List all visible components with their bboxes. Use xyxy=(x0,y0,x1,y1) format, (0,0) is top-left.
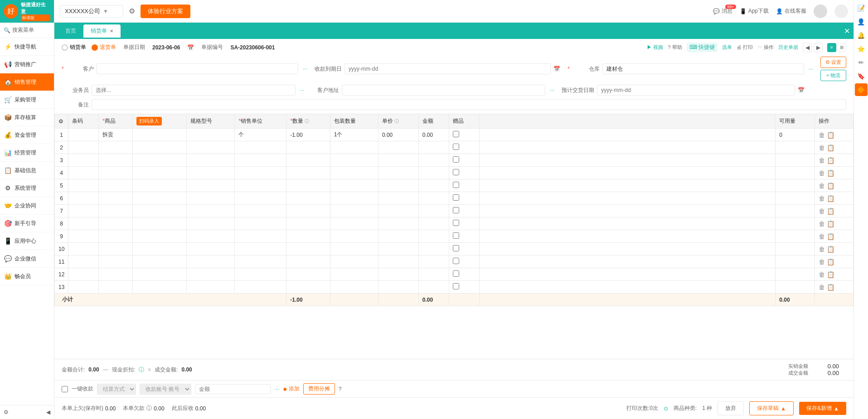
copy-row-button[interactable]: 📋 xyxy=(827,195,834,202)
sidebar-item-finance[interactable]: 💰 资金管理 xyxy=(0,126,54,144)
pay-account-select[interactable]: 收款账号 账号 xyxy=(140,384,191,395)
salesperson-input[interactable] xyxy=(92,85,296,96)
delete-row-button[interactable]: 🗑 xyxy=(819,284,825,291)
copy-row-button[interactable]: 📋 xyxy=(827,258,834,265)
delete-row-button[interactable]: 🗑 xyxy=(819,271,825,278)
topbar-settings-icon[interactable]: ⚙ xyxy=(129,7,135,15)
copy-row-button[interactable]: 📋 xyxy=(827,284,834,291)
collapse-icon[interactable]: ◀ xyxy=(46,409,50,415)
tabbar-close-button[interactable]: ✕ xyxy=(844,27,850,35)
copy-row-button[interactable]: 📋 xyxy=(827,144,834,151)
copy-row-button[interactable]: 📋 xyxy=(827,131,834,139)
delete-row-button[interactable]: 🗑 xyxy=(819,131,825,139)
copy-row-button[interactable]: 📋 xyxy=(827,220,834,227)
sidebar-item-wechat[interactable]: 💬 企业微信 xyxy=(0,250,54,268)
copy-row-button[interactable]: 📋 xyxy=(827,271,834,278)
pay-method-select[interactable]: 结算方式 xyxy=(97,384,136,395)
sidebar-item-marketing[interactable]: 📢 营销推广 xyxy=(0,56,54,73)
right-panel-bookmark[interactable]: 🔖 xyxy=(855,70,868,82)
cell-unit[interactable]: 个 xyxy=(235,129,286,141)
operations-action[interactable]: ⋯ 操作 xyxy=(757,44,774,51)
sidebar-item-app-center[interactable]: 📱 应用中心 xyxy=(0,232,54,250)
expense-split-button[interactable]: 费用分摊 xyxy=(303,383,335,395)
sidebar-item-quick-nav[interactable]: ⚡ 快捷导航 xyxy=(0,38,54,56)
sidebar-item-operations[interactable]: 📊 经营管理 xyxy=(0,144,54,162)
delete-row-button[interactable]: 🗑 xyxy=(819,169,825,177)
salesperson-dots[interactable]: ··· xyxy=(300,87,305,93)
tab-home[interactable]: 首页 xyxy=(58,24,83,38)
shortcut-action[interactable]: ⌨ 快捷键 xyxy=(687,43,718,52)
topbar-online-service[interactable]: 👤 在线客服 xyxy=(776,7,806,15)
cell-pack-qty[interactable]: 1个 xyxy=(330,129,378,141)
video-action[interactable]: ▶ 视频 xyxy=(647,44,663,51)
delete-row-button[interactable]: 🗑 xyxy=(819,195,825,202)
delete-row-button[interactable]: 🗑 xyxy=(819,246,825,253)
right-panel-user[interactable]: 👤 xyxy=(855,15,868,28)
customer-input[interactable] xyxy=(97,63,298,74)
sidebar-item-inventory[interactable]: 📦 库存核算 xyxy=(0,109,54,126)
tab-close-icon[interactable]: ✕ xyxy=(110,29,113,34)
customer-address-dots[interactable]: ··· xyxy=(550,87,554,93)
customer-dots[interactable]: ··· xyxy=(303,66,307,72)
cell-amount[interactable]: 0.00 xyxy=(418,129,449,141)
warehouse-dots[interactable]: ··· xyxy=(809,66,813,72)
copy-row-button[interactable]: 📋 xyxy=(827,169,834,177)
notes-input[interactable] xyxy=(92,99,846,110)
delete-row-button[interactable]: 🗑 xyxy=(819,182,825,189)
abandon-button[interactable]: 放弃 xyxy=(718,401,744,415)
cell-qty[interactable]: -1.00 xyxy=(286,129,330,141)
expected-delivery-input[interactable] xyxy=(597,85,795,96)
sidebar-item-system[interactable]: ⚙ 系统管理 xyxy=(0,179,54,197)
right-panel-star[interactable]: ⭐ xyxy=(855,43,868,55)
select-action[interactable]: 选单 xyxy=(722,44,732,51)
delete-row-button[interactable]: 🗑 xyxy=(819,207,825,215)
calendar-icon[interactable]: 📅 xyxy=(187,44,194,51)
radio-return-order[interactable]: 退货单 xyxy=(92,43,116,51)
delete-row-button[interactable]: 🗑 xyxy=(819,233,825,240)
payment-date-calendar-icon[interactable]: 📅 xyxy=(553,66,560,72)
copy-row-button[interactable]: 📋 xyxy=(827,246,834,253)
cell-gift[interactable] xyxy=(449,129,479,141)
sidebar-item-purchase[interactable]: 🛒 采购管理 xyxy=(0,91,54,109)
delete-row-button[interactable]: 🗑 xyxy=(819,157,825,164)
topbar-app-download[interactable]: 📱 App下载 xyxy=(740,7,769,15)
pay-add-button[interactable]: ● 添加 xyxy=(283,385,300,393)
pay-dots[interactable]: ··· xyxy=(275,386,279,392)
cell-spec[interactable] xyxy=(187,129,235,141)
copy-row-button[interactable]: 📋 xyxy=(827,207,834,215)
sidebar-item-base-info[interactable]: 📋 基础信息 xyxy=(0,162,54,179)
payment-date-input[interactable] xyxy=(344,63,551,74)
copy-row-button[interactable]: 📋 xyxy=(827,157,834,164)
cell-unit-price[interactable]: 0.00 xyxy=(378,129,418,141)
scan-button[interactable]: 扫码录入 xyxy=(136,117,162,125)
right-panel-edit[interactable]: ✏ xyxy=(855,56,868,69)
print-action[interactable]: 🖨 打印 xyxy=(737,44,753,51)
warehouse-input[interactable] xyxy=(602,63,804,74)
customer-address-input[interactable] xyxy=(342,85,546,96)
trial-button[interactable]: 体验行业方案 xyxy=(141,5,190,18)
sidebar-item-member[interactable]: 👑 畅会员 xyxy=(0,268,54,285)
cell-product[interactable]: 拆贡 xyxy=(99,129,133,141)
doc-debt-info-icon[interactable]: ⓘ xyxy=(146,405,152,412)
pay-amount-input[interactable] xyxy=(195,384,271,394)
sidebar-item-enterprise[interactable]: 🤝 企业协同 xyxy=(0,197,54,215)
right-panel-orange-action[interactable]: 🔶 xyxy=(855,83,868,96)
delete-row-button[interactable]: 🗑 xyxy=(819,220,825,227)
help-action[interactable]: ? 帮助 xyxy=(668,44,682,51)
sidebar-item-search[interactable]: 🔍 搜索菜单 xyxy=(0,23,54,38)
topbar-messages[interactable]: 💬 消息 99+ xyxy=(713,7,732,15)
one-click-pay-checkbox[interactable] xyxy=(62,386,68,392)
nav-prev[interactable]: ◀ xyxy=(803,43,812,52)
view-list-btn[interactable]: ≡ xyxy=(827,43,836,52)
history-action[interactable]: 历史单据 xyxy=(778,44,798,51)
save-new-button[interactable]: 保存&新增 ▲ xyxy=(799,402,846,415)
delete-row-button[interactable]: 🗑 xyxy=(819,258,825,265)
expense-info-icon[interactable]: ? xyxy=(339,386,342,392)
copy-row-button[interactable]: 📋 xyxy=(827,182,834,189)
save-draft-button[interactable]: 保存草稿 ▲ xyxy=(749,401,794,415)
print-count-info-icon[interactable]: ⊙ xyxy=(664,405,668,412)
settings-button[interactable]: ⚙ 设置 xyxy=(820,57,846,68)
sidebar-item-sales[interactable]: 🏠 销售管理 xyxy=(0,73,54,91)
nav-next[interactable]: ▶ xyxy=(814,43,823,52)
logistics-button[interactable]: + 物流 xyxy=(820,70,846,81)
